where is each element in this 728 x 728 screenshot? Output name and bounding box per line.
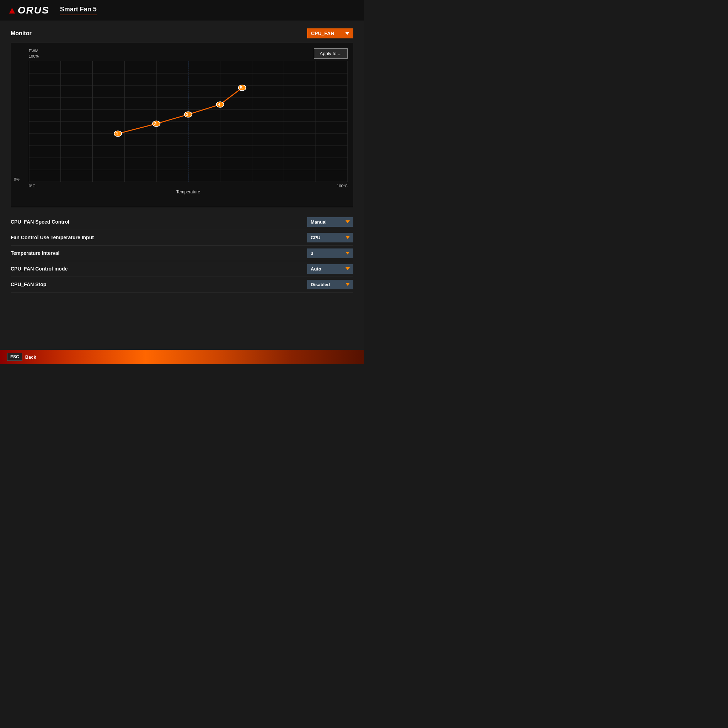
setting-label-speed-control: CPU_FAN Speed Control bbox=[11, 219, 69, 225]
footer: ESC Back bbox=[0, 350, 364, 364]
back-label: Back bbox=[25, 355, 36, 360]
settings-section: CPU_FAN Speed Control Manual Fan Control… bbox=[11, 214, 353, 292]
setting-row-temp-input: Fan Control Use Temperature Input CPU bbox=[11, 230, 353, 246]
x-axis-left-label: 0°C bbox=[29, 184, 35, 188]
setting-row-fan-stop: CPU_FAN Stop Disabled bbox=[11, 277, 353, 292]
setting-row-control-mode: CPU_FAN Control mode Auto bbox=[11, 261, 353, 277]
apply-to-button[interactable]: Apply to ... bbox=[314, 48, 348, 59]
speed-control-value: Manual bbox=[310, 219, 327, 225]
speed-control-dropdown[interactable]: Manual bbox=[307, 217, 353, 227]
control-mode-dropdown[interactable]: Auto bbox=[307, 264, 353, 274]
setting-label-fan-stop: CPU_FAN Stop bbox=[11, 281, 46, 287]
y-axis-label-top: PWM 100% bbox=[29, 48, 39, 60]
x-axis-labels: 0°C 100°C bbox=[29, 184, 348, 188]
setting-label-control-mode: CPU_FAN Control mode bbox=[11, 266, 67, 272]
fan-curve-chart: PWM 100% Apply to ... 0% bbox=[11, 43, 353, 207]
chart-svg: 1 2 3 4 5 bbox=[29, 61, 348, 182]
setting-label-temp-input: Fan Control Use Temperature Input bbox=[11, 235, 94, 240]
svg-text:5: 5 bbox=[240, 86, 243, 90]
temp-interval-dropdown[interactable]: 3 bbox=[307, 248, 353, 258]
setting-row-temp-interval: Temperature Interval 3 bbox=[11, 246, 353, 261]
chart-top-bar: PWM 100% Apply to ... bbox=[29, 48, 348, 60]
monitor-fan-value: CPU_FAN bbox=[311, 31, 334, 36]
header: ▲ORUS Smart Fan 5 bbox=[0, 0, 364, 21]
svg-text:2: 2 bbox=[154, 122, 157, 126]
temp-input-value: CPU bbox=[310, 235, 320, 240]
x-axis-right-label: 100°C bbox=[336, 184, 348, 188]
temp-input-dropdown[interactable]: CPU bbox=[307, 233, 353, 242]
y-axis-zero-label: 0% bbox=[14, 177, 20, 181]
tab-title[interactable]: Smart Fan 5 bbox=[60, 6, 97, 15]
monitor-header: Monitor CPU_FAN bbox=[11, 28, 353, 38]
main-content: Monitor CPU_FAN PWM 100% Apply to ... 0% bbox=[0, 21, 364, 350]
x-axis-title: Temperature bbox=[29, 190, 348, 194]
monitor-label: Monitor bbox=[11, 30, 32, 37]
control-mode-arrow bbox=[346, 267, 350, 270]
control-mode-value: Auto bbox=[310, 266, 321, 272]
chart-area: 0% bbox=[29, 61, 348, 182]
esc-key[interactable]: ESC bbox=[7, 353, 22, 361]
monitor-dropdown-arrow bbox=[345, 32, 349, 35]
temp-interval-value: 3 bbox=[310, 251, 313, 256]
fan-stop-dropdown[interactable]: Disabled bbox=[307, 280, 353, 289]
fan-stop-arrow bbox=[346, 283, 350, 286]
speed-control-arrow bbox=[346, 220, 350, 223]
temp-input-arrow bbox=[346, 236, 350, 239]
setting-row-speed-control: CPU_FAN Speed Control Manual bbox=[11, 214, 353, 230]
logo-text: ▲ORUS bbox=[7, 5, 49, 16]
svg-text:1: 1 bbox=[116, 132, 118, 136]
svg-text:4: 4 bbox=[218, 102, 221, 107]
temp-interval-arrow bbox=[346, 252, 350, 254]
fan-stop-value: Disabled bbox=[310, 282, 330, 287]
setting-label-temp-interval: Temperature Interval bbox=[11, 250, 60, 256]
monitor-fan-dropdown[interactable]: CPU_FAN bbox=[307, 28, 353, 38]
